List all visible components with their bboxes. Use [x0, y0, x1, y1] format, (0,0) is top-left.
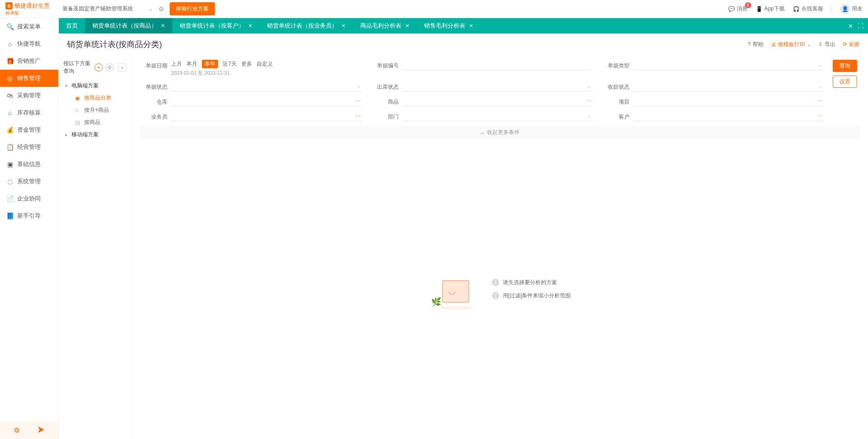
filter-form: 单据日期 上月 本月 本年 近7天 更多 自定义 20: [131, 54, 868, 124]
gift-icon: 🎁: [6, 57, 14, 65]
tab-product-margin[interactable]: 商品毛利分析表✕: [353, 18, 417, 33]
scheme-header: 按以下方案查询: [63, 60, 92, 75]
list-icon: ▤: [75, 119, 81, 126]
date-quick-thismonth[interactable]: 本月: [186, 60, 197, 68]
sidebar-item-base[interactable]: ▣基础信息: [0, 156, 58, 173]
date-quick-lastmonth[interactable]: 上月: [171, 60, 182, 68]
filter-settings-button[interactable]: 设置: [833, 76, 857, 88]
phone-icon: 📱: [756, 6, 763, 12]
out-status-select[interactable]: [402, 81, 593, 91]
date-quick-more[interactable]: 更多: [241, 60, 252, 68]
search-button[interactable]: 查询: [833, 60, 857, 72]
sidebar-item-funds[interactable]: 💰资金管理: [0, 121, 58, 138]
print-button[interactable]: 🖨按模板打印⌄: [771, 41, 811, 48]
sidebar-item-inventory[interactable]: ⌂库存核算: [0, 104, 58, 121]
tab-sales-by-customer[interactable]: 销货单统计表（按客户）✕: [172, 18, 260, 33]
field-doc-no: 单据编号: [371, 60, 593, 70]
sidebar-item-marketing[interactable]: 🎁营销推广: [0, 52, 58, 70]
doc-type-select[interactable]: [633, 60, 824, 70]
sidebar: 🔍搜索菜单 ⌂快捷导航 🎁营销推广 ◎销售管理 🛍采购管理 ⌂库存核算 💰资金管…: [0, 18, 59, 439]
tree-group-mobile[interactable]: ▸移动端方案: [59, 129, 131, 141]
tab-sales-by-salesperson[interactable]: 销货单统计表（按业务员）✕: [260, 18, 353, 33]
chevron-down-icon: ⌄: [148, 6, 153, 12]
footer-settings-icon[interactable]: ⚙: [14, 426, 20, 434]
add-scheme-button[interactable]: +: [95, 63, 103, 72]
sidebar-item-purchase[interactable]: 🛍采购管理: [0, 87, 58, 104]
system-selector[interactable]: 装备及固定资产辅助管理系统 ⌄: [62, 5, 153, 13]
date-quick-7days[interactable]: 近7天: [223, 60, 237, 68]
industry-plan-button[interactable]: 体验行业方案: [170, 2, 215, 15]
product-input[interactable]: [402, 96, 593, 106]
help-icon: ?: [748, 41, 751, 48]
message-icon: 💬: [728, 6, 735, 12]
sidebar-item-guide[interactable]: 📘新手引导: [0, 207, 58, 224]
date-range-text: 2023-01-01 至 2023-12-31: [171, 70, 362, 76]
messages-button[interactable]: 💬 消息 6: [728, 5, 748, 13]
page-title: 销货单统计表(按商品分类): [67, 39, 162, 50]
grid-icon: ▣: [6, 161, 14, 168]
date-quick-custom[interactable]: 自定义: [257, 60, 273, 68]
doc-no-input[interactable]: [402, 60, 593, 70]
search-icon: 🔍: [6, 23, 14, 30]
tab-sales-by-product[interactable]: 销货单统计表（按商品）✕: [85, 18, 172, 33]
sidebar-item-biz[interactable]: 📋经营管理: [0, 138, 58, 156]
empty-step-2: 2用[过滤]条件来缩小分析范围: [492, 292, 571, 300]
user-menu[interactable]: 👤 用友: [840, 4, 863, 14]
close-icon[interactable]: ✕: [405, 23, 410, 29]
field-customer: 客户 ⋯: [601, 111, 824, 121]
project-input[interactable]: [633, 96, 824, 106]
target-icon: ◉: [75, 95, 81, 101]
refresh-button[interactable]: ⟳刷新: [843, 41, 860, 48]
sidebar-item-quick[interactable]: ⌂快捷导航: [0, 35, 58, 52]
field-date: 单据日期 上月 本月 本年 近7天 更多 自定义 20: [139, 60, 362, 76]
field-project: 项目 ⋯: [601, 96, 824, 106]
gear-icon: ◌: [6, 178, 14, 185]
doc-icon: 📄: [6, 195, 14, 202]
sidebar-item-system[interactable]: ◌系统管理: [0, 173, 58, 190]
close-icon[interactable]: ✕: [161, 23, 165, 29]
collapse-panel-button[interactable]: «: [118, 63, 126, 72]
collapse-filters-button[interactable]: 收起更多条件: [139, 126, 860, 139]
customer-service-button[interactable]: 🎧 在线客服: [793, 5, 823, 13]
close-icon[interactable]: ✕: [341, 23, 346, 29]
target-icon: ◎: [6, 75, 14, 82]
sidebar-footer: ⚙ ⮞: [0, 421, 58, 439]
empty-state: ◡ 🌿 1请先选择要分析的方案 2用[过滤]条件来缩小分析范围: [131, 139, 868, 439]
scheme-settings-button[interactable]: ⚙: [105, 63, 114, 72]
book-icon: 📘: [6, 212, 14, 220]
tabs-bar: 首页 销货单统计表（按商品）✕ 销货单统计表（按客户）✕ 销货单统计表（按业务员…: [59, 18, 868, 33]
field-warehouse: 仓库 ⋯: [139, 96, 362, 106]
tab-home[interactable]: 首页: [59, 18, 85, 33]
customer-input[interactable]: [633, 111, 824, 121]
empty-illustration: ◡ 🌿: [429, 269, 478, 310]
close-icon[interactable]: ✕: [248, 23, 253, 29]
chevron-down-icon: ⌄: [807, 42, 811, 48]
footer-collapse-icon[interactable]: ⮞: [38, 426, 45, 434]
sidebar-item-sales[interactable]: ◎销售管理: [0, 70, 58, 87]
tree-item-by-category[interactable]: ◉按商品分类: [59, 92, 131, 104]
date-quick-thisyear[interactable]: 本年: [202, 60, 218, 68]
app-download-button[interactable]: 📱 App下载: [756, 5, 785, 13]
settings-gear-icon[interactable]: ⚙: [158, 5, 164, 13]
fullscreen-icon[interactable]: ⛶: [858, 23, 863, 29]
doc-status-select[interactable]: [171, 81, 362, 91]
sidebar-item-search[interactable]: 🔍搜索菜单: [0, 18, 58, 35]
divider: [831, 5, 832, 13]
close-icon[interactable]: ✕: [469, 23, 473, 29]
tree-item-by-product[interactable]: ▤按商品: [59, 116, 131, 129]
export-button[interactable]: ⇩导出: [818, 41, 835, 48]
help-button[interactable]: ?帮助: [748, 41, 763, 48]
tree-group-desktop[interactable]: ▾电脑端方案: [59, 80, 131, 92]
clipboard-icon: 📋: [6, 143, 14, 151]
field-out-status: 出库状态 ⌄: [371, 81, 593, 91]
caret-right-icon: ▸: [65, 132, 69, 137]
salesperson-input[interactable]: [171, 111, 362, 121]
sidebar-item-collab[interactable]: 📄企业协同: [0, 190, 58, 207]
recv-status-select[interactable]: [633, 81, 824, 91]
tree-item-by-month-product[interactable]: ⎋按月+商品: [59, 104, 131, 116]
warehouse-input[interactable]: [171, 96, 362, 106]
tab-sales-margin[interactable]: 销售毛利分析表✕: [417, 18, 481, 33]
department-select[interactable]: [402, 111, 593, 121]
brand-logo-icon: b: [5, 2, 13, 10]
close-all-tabs-icon[interactable]: ✕: [848, 23, 853, 29]
